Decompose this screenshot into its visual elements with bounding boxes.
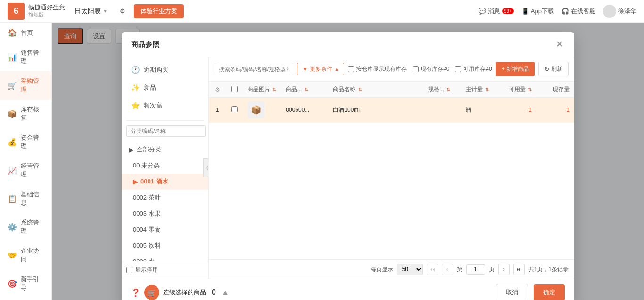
th-code[interactable]: 商品... ⇅ xyxy=(281,82,328,98)
main-area: 查询 设置 刷新 商品参照 ✕ 🕐 近期购买 xyxy=(52,23,644,300)
modal-body: 🕐 近期购买 ✨ 新品 ⭐ 频次高 xyxy=(122,57,574,279)
nav-recent[interactable]: 🕐 近期购买 xyxy=(126,62,204,78)
modal-product-ref: 商品参照 ✕ 🕐 近期购买 ✨ 新品 xyxy=(122,32,574,300)
category-0002[interactable]: 0002 茶叶 xyxy=(122,190,208,206)
cart-icon[interactable]: 🛒 xyxy=(144,285,159,300)
checkbox-avail-nonzero-input[interactable] xyxy=(455,66,461,72)
nav-frequent-label: 频次高 xyxy=(144,101,162,110)
category-label-0008: 0008 水 xyxy=(133,258,155,261)
nav-frequent[interactable]: ⭐ 频次高 xyxy=(126,98,204,114)
store-selector[interactable]: 日太阳膜 ▼ xyxy=(74,7,107,16)
th-name-label: 商品名称 xyxy=(333,86,355,92)
logo-text-block: 畅捷通好生意 旗舰版 xyxy=(28,4,65,19)
category-0008[interactable]: 0008 水 xyxy=(122,254,208,261)
prev-page-btn[interactable]: ‹ xyxy=(442,264,453,275)
nav-service[interactable]: 🎧 在线客服 xyxy=(561,7,595,16)
collapse-panel-btn[interactable]: 《 xyxy=(203,158,209,177)
page-number-input[interactable] xyxy=(466,264,485,275)
checkbox-stock-nonzero[interactable]: 现有库存≠0 xyxy=(413,65,449,73)
category-uncategorized[interactable]: 00 未分类 xyxy=(122,158,208,174)
nav-user[interactable]: 徐泽华 xyxy=(603,5,636,18)
table-settings-icon[interactable]: ⚙ xyxy=(215,86,220,93)
nav-new[interactable]: ✨ 新品 xyxy=(126,80,204,96)
per-page-select[interactable]: 50 100 200 xyxy=(397,264,423,275)
exp-btn[interactable]: 体验行业方案 xyxy=(134,4,184,18)
nav-new-label: 新品 xyxy=(144,83,156,92)
th-name[interactable]: 商品名称 ⇅ xyxy=(328,82,423,98)
th-img[interactable]: 商品图片 ⇅ xyxy=(243,82,281,98)
cancel-button[interactable]: 取消 xyxy=(496,284,528,300)
sidebar-item-home[interactable]: 🏠 首页 xyxy=(0,23,51,43)
next-page-btn[interactable]: › xyxy=(498,264,510,275)
sidebar-item-finance[interactable]: 💰 资金管理 xyxy=(0,128,51,156)
first-page-btn[interactable]: ⏮ xyxy=(427,264,438,275)
th-spec[interactable]: 规格... ⇅ xyxy=(423,82,461,98)
sidebar-item-basic[interactable]: 📋 基础信息 xyxy=(0,184,51,213)
checkbox-stock-nonzero-label: 现有库存≠0 xyxy=(421,65,449,73)
th-avail-label: 可用量 xyxy=(509,86,526,92)
select-all-checkbox[interactable] xyxy=(231,86,238,92)
category-0003[interactable]: 0003 水果 xyxy=(122,206,208,222)
row-check-1 xyxy=(226,98,243,123)
category-arrow-all: ▶ xyxy=(129,146,134,153)
category-list: ▶ 全部分类 00 未分类 ▶ 0001 酒水 0002 茶叶 xyxy=(122,140,208,261)
sort-icon-name: ⇅ xyxy=(358,87,362,92)
th-unit[interactable]: 主计量 ⇅ xyxy=(461,82,494,98)
cart-collapse-icon[interactable]: ▲ xyxy=(222,288,229,297)
sidebar-item-purchase[interactable]: 🛒 采购管理 xyxy=(0,71,51,100)
checkbox-warehouse-label: 按仓库显示现有库存 xyxy=(356,65,407,73)
category-0004[interactable]: 0004 零食 xyxy=(122,222,208,238)
checkbox-warehouse[interactable]: 按仓库显示现有库存 xyxy=(348,65,407,73)
nav-app[interactable]: 📱 App下载 xyxy=(521,7,554,16)
cart-label: 连续选择的商品 xyxy=(163,288,206,297)
show-disabled-checkbox[interactable] xyxy=(126,267,132,273)
refresh-icon: ↻ xyxy=(545,66,549,73)
sidebar-item-inventory[interactable]: 📦 库存核算 xyxy=(0,100,51,128)
settings-icon[interactable]: ⚙ xyxy=(115,4,130,19)
sidebar-item-enterprise[interactable]: 🤝 企业协同 xyxy=(0,241,51,269)
filter-btn[interactable]: ▼ 更多条件 ▲ xyxy=(297,63,344,75)
per-page-label: 每页显示 xyxy=(371,266,393,274)
help-icon[interactable]: ❓ xyxy=(131,288,140,297)
th-unit-label: 主计量 xyxy=(466,86,483,92)
product-search-input[interactable] xyxy=(215,64,293,75)
modal-footer: ❓ 🛒 连续选择的商品 0 ▲ 取消 确定 xyxy=(122,279,574,300)
checkbox-warehouse-input[interactable] xyxy=(348,66,354,72)
filter-arrow-icon: ▲ xyxy=(334,67,339,72)
checkbox-stock-nonzero-input[interactable] xyxy=(413,66,419,72)
sidebar-label-finance: 资金管理 xyxy=(21,133,44,150)
app-icon: 📱 xyxy=(521,8,529,15)
top-nav: 6 畅捷通好生意 旗舰版 日太阳膜 ▼ ⚙ 体验行业方案 💬 消息 99+ 📱 … xyxy=(0,0,644,23)
divider xyxy=(126,120,204,121)
sidebar-label-sales: 销售管理 xyxy=(21,49,44,66)
th-stock: 现存量 xyxy=(537,82,574,98)
headset-icon: 🎧 xyxy=(561,8,569,15)
checkbox-avail-nonzero[interactable]: 可用库存≠0 xyxy=(455,65,492,73)
finance-icon: 💰 xyxy=(8,138,17,147)
add-product-btn[interactable]: + 新增商品 xyxy=(496,62,535,76)
sidebar-item-apps[interactable]: 📱 应用中心 xyxy=(0,298,51,300)
inventory-icon: 📦 xyxy=(8,109,17,118)
filter-icon: ▼ xyxy=(302,66,308,73)
sidebar-item-business[interactable]: 📈 经营管理 xyxy=(0,156,51,184)
left-panel-footer: 显示停用 xyxy=(122,261,208,279)
last-page-btn[interactable]: ⏭ xyxy=(513,264,525,275)
row-checkbox-1[interactable] xyxy=(231,106,238,112)
modal-close-button[interactable]: ✕ xyxy=(553,39,565,50)
sales-icon: 📊 xyxy=(8,53,17,62)
refresh-btn[interactable]: ↻ 刷新 xyxy=(538,62,569,76)
sidebar-item-guide[interactable]: 🎯 新手引导 xyxy=(0,269,51,298)
product-table-container: ⚙ 商品图片 ⇅ xyxy=(209,82,574,259)
category-all[interactable]: ▶ 全部分类 xyxy=(122,142,208,158)
sidebar-item-system[interactable]: ⚙️ 系统管理 xyxy=(0,213,51,241)
sidebar-item-sales[interactable]: 📊 销售管理 xyxy=(0,43,51,71)
table-row[interactable]: 1 📦 000600... 白酒100ml xyxy=(209,98,574,123)
category-0005[interactable]: 0005 饮料 xyxy=(122,238,208,254)
nav-msg[interactable]: 💬 消息 99+ xyxy=(479,7,514,16)
th-avail[interactable]: 可用量 ⇅ xyxy=(494,82,537,98)
category-0001[interactable]: ▶ 0001 酒水 xyxy=(122,174,208,190)
show-disabled-label[interactable]: 显示停用 xyxy=(135,266,158,274)
confirm-button[interactable]: 确定 xyxy=(534,284,565,300)
category-label-0002: 0002 茶叶 xyxy=(133,193,161,202)
category-search-input[interactable] xyxy=(126,125,206,137)
